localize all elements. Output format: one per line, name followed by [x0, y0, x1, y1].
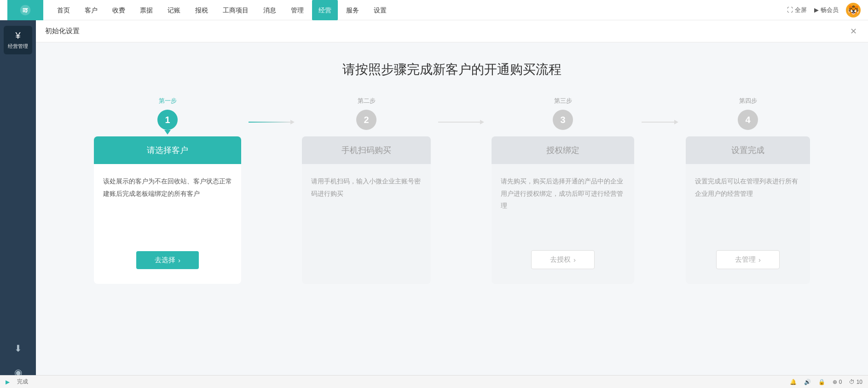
page-header: 初始化设置 ✕ — [36, 20, 868, 42]
card-3-header: 授权绑定 — [492, 136, 634, 164]
arrow-2 — [438, 120, 484, 124]
volume-icon[interactable]: 🔊 — [804, 379, 811, 385]
card-3-body: 请先购买，购买后选择开通的产品中的企业用户进行授权绑定，成功后即可进行经营管理 — [492, 164, 634, 243]
step-4-circle: 4 — [738, 110, 758, 130]
arrow-2-line — [438, 122, 480, 123]
card-1-footer: 去选择 › — [94, 244, 241, 276]
nav-settings[interactable]: 设置 — [367, 0, 393, 20]
arrow-3-line — [642, 122, 674, 123]
nav-items: 首页 客户 收费 票据 记账 报税 工商项目 消息 管理 经营 服务 设置 — [51, 0, 787, 20]
main-content: 初始化设置 ✕ 请按照步骤完成新客户的开通购买流程 第一步 1 — [36, 20, 868, 388]
card-1-header: 请选择客户 — [94, 136, 241, 164]
fullscreen-btn[interactable]: ⛶ 全屏 — [787, 6, 807, 14]
play-icon: ▶ — [814, 6, 819, 13]
count-zero: ⊕ 0 — [833, 379, 842, 385]
step-1-pointer — [164, 130, 171, 135]
card-4: 设置完成 设置完成后可以在管理列表进行所有企业用户的经营管理 去管理 › — [686, 136, 810, 284]
fullscreen-icon: ⛶ — [787, 6, 793, 13]
go-select-button[interactable]: 去选择 › — [136, 251, 199, 269]
status-bar-right: 🔔 🔊 🔒 ⊕ 0 ⏱ 10 — [790, 379, 862, 385]
arrow-icon-3: › — [573, 256, 576, 264]
card-2-header: 手机扫码购买 — [302, 136, 431, 164]
card-2: 手机扫码购买 请用手机扫码，输入小微企业主账号密码进行购买 — [302, 136, 431, 284]
arrow-icon-4: › — [758, 256, 761, 264]
nav-right: ⛶ 全屏 ▶ 畅会员 🐯 — [787, 3, 861, 18]
nav-fee[interactable]: 收费 — [106, 0, 132, 20]
nav-ticket[interactable]: 票据 — [133, 0, 159, 20]
step-1-column: 第一步 1 请选择客户 该处展示的客户为不在回收站、客户状态正常建账后完成老板端… — [94, 97, 241, 284]
sidebar: ¥ 经营管理 ⬇ ◉ — [0, 20, 36, 388]
layout: ¥ 经营管理 ⬇ ◉ 初始化设置 ✕ 请按照步骤完成新客户的开通购买流程 — [0, 20, 868, 388]
step-2-circle: 2 — [356, 110, 376, 130]
nav-manage[interactable]: 管理 — [284, 0, 310, 20]
nav-business[interactable]: 工商项目 — [216, 0, 255, 20]
lock-icon[interactable]: 🔒 — [818, 379, 825, 385]
steps-and-cards: 第一步 1 请选择客户 该处展示的客户为不在回收站、客户状态正常建账后完成老板端… — [51, 97, 853, 284]
page-title: 初始化设置 — [45, 27, 80, 35]
card-4-header: 设置完成 — [686, 136, 810, 164]
card-3: 授权绑定 请先购买，购买后选择开通的产品中的企业用户进行授权绑定，成功后即可进行… — [492, 136, 634, 284]
card-1: 请选择客户 该处展示的客户为不在回收站、客户状态正常建账后完成老板端绑定的所有客… — [94, 136, 241, 284]
operation-icon: ¥ — [15, 30, 20, 41]
arrow-2-head — [480, 120, 484, 124]
go-authorize-button[interactable]: 去授权 › — [531, 250, 595, 269]
arrow-3 — [642, 120, 678, 124]
go-manage-button[interactable]: 去管理 › — [716, 250, 780, 269]
status-text: 完成 — [17, 378, 28, 386]
download-icon: ⬇ — [14, 343, 22, 354]
main-heading: 请按照步骤完成新客户的开通购买流程 — [51, 61, 853, 78]
sidebar-download[interactable]: ⬇ — [4, 338, 32, 359]
avatar[interactable]: 🐯 — [846, 3, 861, 18]
step-2-column: 第二步 2 手机扫码购买 请用手机扫码，输入小微企业主账号密码进行购买 — [302, 97, 431, 284]
step-3-circle: 3 — [553, 110, 573, 130]
close-button[interactable]: ✕ — [848, 26, 859, 37]
step-4-column: 第四步 4 设置完成 设置完成后可以在管理列表进行所有企业用户的经营管理 去管理… — [686, 97, 810, 284]
bell-icon[interactable]: 🔔 — [790, 379, 797, 385]
nav-account[interactable]: 记账 — [161, 0, 187, 20]
status-bar: ▶ 完成 🔔 🔊 🔒 ⊕ 0 ⏱ 10 — [0, 375, 868, 388]
top-nav: 首页 客户 收费 票据 记账 报税 工商项目 消息 管理 经营 服务 设置 ⛶ … — [0, 0, 868, 20]
nav-home[interactable]: 首页 — [51, 0, 76, 20]
nav-operation[interactable]: 经营 — [312, 0, 338, 20]
nav-message[interactable]: 消息 — [257, 0, 283, 20]
step-3-column: 第三步 3 授权绑定 请先购买，购买后选择开通的产品中的企业用户进行授权绑定，成… — [492, 97, 634, 284]
nav-customer[interactable]: 客户 — [78, 0, 104, 20]
arrow-3-head — [674, 120, 678, 124]
step-1-circle: 1 — [157, 110, 178, 130]
card-4-body: 设置完成后可以在管理列表进行所有企业用户的经营管理 — [686, 164, 810, 243]
step-3-label: 第三步 — [554, 97, 572, 105]
member-btn[interactable]: ▶ 畅会员 — [814, 6, 839, 14]
step-2-label: 第二步 — [358, 97, 376, 105]
step-1-indicator: 1 — [157, 110, 178, 130]
timer: ⏱ 10 — [849, 379, 862, 385]
card-4-footer: 去管理 › — [686, 243, 810, 276]
step-1-label: 第一步 — [159, 97, 177, 105]
card-2-body: 请用手机扫码，输入小微企业主账号密码进行购买 — [302, 164, 431, 284]
nav-tax[interactable]: 报税 — [189, 0, 214, 20]
arrow-1-head — [290, 120, 295, 124]
content-area: 请按照步骤完成新客户的开通购买流程 第一步 1 请选择客户 该处展 — [36, 42, 868, 295]
arrow-icon: › — [178, 256, 180, 264]
arrow-1 — [249, 120, 295, 124]
nav-service[interactable]: 服务 — [340, 0, 365, 20]
logo — [7, 0, 43, 20]
card-3-footer: 去授权 › — [492, 243, 634, 276]
step-4-label: 第四步 — [739, 97, 757, 105]
card-1-body: 该处展示的客户为不在回收站、客户状态正常建账后完成老板端绑定的所有客户 — [94, 164, 241, 244]
sidebar-item-operation[interactable]: ¥ 经营管理 — [4, 26, 32, 54]
arrow-1-line — [249, 122, 290, 123]
play-status-icon: ▶ — [6, 379, 10, 385]
